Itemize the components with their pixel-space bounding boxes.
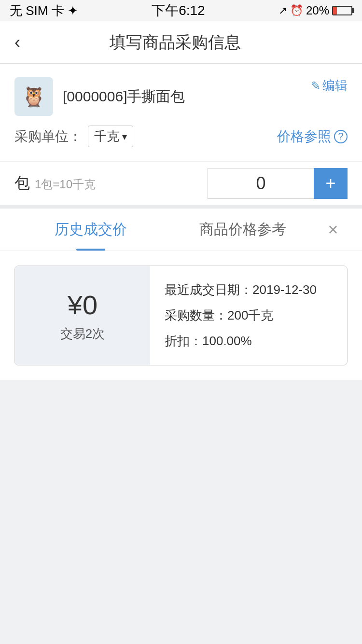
product-top-row: 🦉 [0000006]手撕面包 ✎ 编辑 — [14, 77, 348, 116]
status-time: 下午6:12 — [152, 1, 205, 20]
quantity-unit: 包 — [14, 173, 30, 194]
price-amount: ¥0 — [68, 289, 97, 321]
status-right: ↗ ⏰ 20% — [278, 4, 352, 17]
battery-icon — [332, 6, 352, 15]
status-left: 无 SIM 卡 ✦ — [10, 2, 78, 19]
product-card: 🦉 [0000006]手撕面包 ✎ 编辑 采购单位： 千克 ▾ 价格参照 ? — [0, 64, 362, 161]
tab-price-reference[interactable]: 商品价格参考 — [167, 209, 319, 251]
quantity-row: 包 1包=10千克 0 + — [14, 162, 348, 205]
price-trades: 交易2次 — [60, 325, 105, 342]
discount-label: 折扣： — [165, 334, 202, 348]
price-card-wrapper: ¥0 交易2次 最近成交日期：2019-12-30 采购数量：200千克 折扣：… — [0, 251, 362, 380]
price-quantity: 采购数量：200千克 — [165, 306, 333, 325]
unit-value: 千克 — [94, 128, 119, 145]
page-title: 填写商品采购信息 — [30, 31, 320, 54]
recent-date-value: 2019-12-30 — [252, 282, 317, 297]
discount-value: 100.00% — [202, 334, 252, 348]
product-bottom-row: 采购单位： 千克 ▾ 价格参照 ? — [14, 126, 348, 147]
product-logo-icon: 🦉 — [22, 85, 46, 108]
price-card: ¥0 交易2次 最近成交日期：2019-12-30 采购数量：200千克 折扣：… — [14, 266, 348, 365]
battery-percent: 20% — [306, 4, 329, 17]
price-discount: 折扣：100.00% — [165, 332, 333, 350]
price-recent-date: 最近成交日期：2019-12-30 — [165, 280, 333, 299]
quantity-label-text: 采购数量： — [165, 308, 227, 322]
quantity-conversion: 1包=10千克 — [35, 177, 96, 192]
product-info: 🦉 [0000006]手撕面包 — [14, 77, 185, 116]
tab-history-price[interactable]: 历史成交价 — [14, 209, 167, 251]
unit-label: 采购单位： — [14, 127, 82, 146]
tab-close-button[interactable]: × — [319, 220, 348, 240]
tabs-header: 历史成交价 商品价格参考 × — [0, 209, 362, 251]
alarm-icon: ⏰ — [290, 4, 303, 17]
edit-icon: ✎ — [311, 79, 320, 93]
dropdown-icon: ▾ — [122, 131, 127, 142]
tabs-section: 历史成交价 商品价格参考 × ¥0 交易2次 最近成交日期：2019-12-30… — [0, 209, 362, 380]
product-name: [0000006]手撕面包 — [63, 87, 185, 107]
unit-row: 采购单位： 千克 ▾ — [14, 126, 133, 147]
price-ref-info-icon: ? — [334, 130, 348, 143]
sim-status: 无 SIM 卡 ✦ — [10, 2, 78, 19]
price-ref-label: 价格参照 — [277, 127, 331, 146]
price-ref-button[interactable]: 价格参照 ? — [277, 127, 348, 146]
edit-label: 编辑 — [322, 77, 348, 94]
recent-date-label: 最近成交日期： — [165, 282, 252, 297]
edit-button[interactable]: ✎ 编辑 — [311, 77, 348, 94]
quantity-section: 包 1包=10千克 0 + — [0, 162, 362, 209]
quantity-input-area: 0 + — [208, 168, 348, 199]
main-content-area — [0, 380, 362, 644]
quantity-value-text: 200千克 — [227, 308, 273, 322]
tab1-label: 历史成交价 — [55, 220, 127, 239]
unit-select[interactable]: 千克 ▾ — [88, 126, 133, 147]
quantity-label: 包 1包=10千克 — [14, 173, 96, 194]
price-card-right: 最近成交日期：2019-12-30 采购数量：200千克 折扣：100.00% — [150, 266, 347, 365]
header: ‹ 填写商品采购信息 — [0, 21, 362, 64]
quantity-plus-button[interactable]: + — [314, 168, 348, 199]
quantity-input[interactable]: 0 — [208, 168, 314, 199]
signal-icon: ↗ — [278, 4, 287, 17]
status-bar: 无 SIM 卡 ✦ 下午6:12 ↗ ⏰ 20% — [0, 0, 362, 21]
tab2-label: 商品价格参考 — [199, 220, 286, 239]
price-card-left: ¥0 交易2次 — [15, 266, 150, 365]
back-button[interactable]: ‹ — [14, 32, 20, 53]
product-thumbnail: 🦉 — [14, 77, 53, 116]
